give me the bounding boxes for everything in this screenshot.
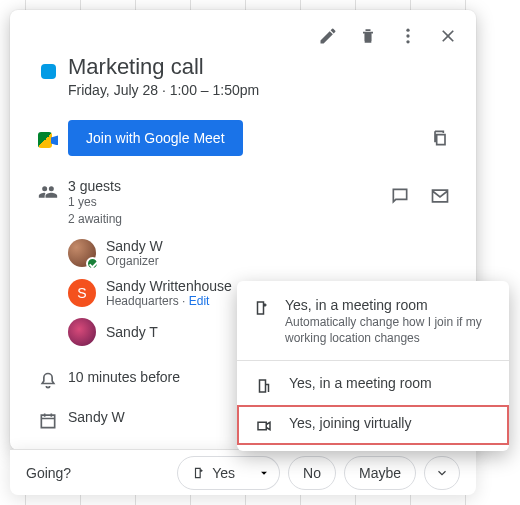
rsvp-yes-dropdown-button[interactable] xyxy=(249,456,280,490)
event-datetime: Friday, July 28 · 1:00 – 1:50pm xyxy=(68,82,458,98)
rsvp-maybe-button[interactable]: Maybe xyxy=(344,456,416,490)
copy-meet-link-button[interactable] xyxy=(422,120,458,156)
edit-button[interactable] xyxy=(310,18,346,54)
more-options-button[interactable] xyxy=(390,18,426,54)
menu-item-title: Yes, in a meeting room xyxy=(289,375,432,391)
reminder-label: 10 minutes before xyxy=(68,369,180,385)
email-guests-button[interactable] xyxy=(422,178,458,214)
more-vertical-icon xyxy=(398,26,418,46)
calendar-owner: Sandy W xyxy=(68,409,125,425)
rsvp-no-button[interactable]: No xyxy=(288,456,336,490)
guest-name: Sandy W xyxy=(106,238,163,254)
room-icon xyxy=(255,377,273,395)
chevron-down-icon xyxy=(435,466,449,480)
going-label: Going? xyxy=(26,465,71,481)
event-title: Marketing call xyxy=(68,54,458,80)
chat-guests-button[interactable] xyxy=(382,178,418,214)
rsvp-footer: Going? Yes No Maybe xyxy=(10,449,476,495)
guest-yes-count: 1 yes xyxy=(68,194,122,210)
avatar xyxy=(68,318,96,346)
delete-button[interactable] xyxy=(350,18,386,54)
menu-item-title: Yes, joining virtually xyxy=(289,415,411,431)
bell-icon xyxy=(38,371,58,391)
chat-icon xyxy=(390,186,410,206)
guest-name: Sandy Writtenhouse xyxy=(106,278,232,294)
video-icon xyxy=(255,417,273,435)
rsvp-option-meeting-room[interactable]: Yes, in a meeting room xyxy=(237,365,509,405)
edit-location-link[interactable]: Edit xyxy=(189,294,210,308)
rsvp-options-menu: Yes, in a meeting room Automatically cha… xyxy=(237,281,509,451)
svg-point-2 xyxy=(406,40,409,43)
caret-down-icon xyxy=(257,466,271,480)
accepted-check-icon xyxy=(86,257,99,270)
svg-point-1 xyxy=(406,34,409,37)
close-button[interactable] xyxy=(430,18,466,54)
calendar-icon xyxy=(38,411,58,431)
menu-item-title: Yes, in a meeting room xyxy=(285,297,493,313)
svg-point-0 xyxy=(406,29,409,32)
people-icon xyxy=(38,182,58,202)
menu-item-subtitle: Automatically change how I join if my wo… xyxy=(285,315,493,346)
pencil-icon xyxy=(318,26,338,46)
guest-count: 3 guests xyxy=(68,178,122,194)
join-meet-button[interactable]: Join with Google Meet xyxy=(68,120,243,156)
avatar: S xyxy=(68,279,96,307)
avatar xyxy=(68,239,96,267)
mail-icon xyxy=(430,186,450,206)
rsvp-more-button[interactable] xyxy=(424,456,460,490)
menu-separator xyxy=(237,360,509,361)
guest-location: Headquarters · Edit xyxy=(106,294,232,308)
room-plus-icon xyxy=(253,299,271,317)
guest-name: Sandy T xyxy=(106,324,158,340)
rsvp-option-auto-room[interactable]: Yes, in a meeting room Automatically cha… xyxy=(237,287,509,356)
guest-awaiting-count: 2 awaiting xyxy=(68,211,122,227)
copy-icon xyxy=(430,128,450,148)
rsvp-option-virtually[interactable]: Yes, joining virtually xyxy=(237,405,509,445)
guest-role: Organizer xyxy=(106,254,163,268)
rsvp-yes-button[interactable]: Yes xyxy=(177,456,250,490)
room-plus-icon xyxy=(192,466,206,480)
google-meet-icon xyxy=(38,132,58,148)
guest-row[interactable]: Sandy W Organizer xyxy=(68,233,458,273)
trash-icon xyxy=(358,26,378,46)
close-icon xyxy=(438,26,458,46)
event-color-swatch xyxy=(41,64,56,79)
